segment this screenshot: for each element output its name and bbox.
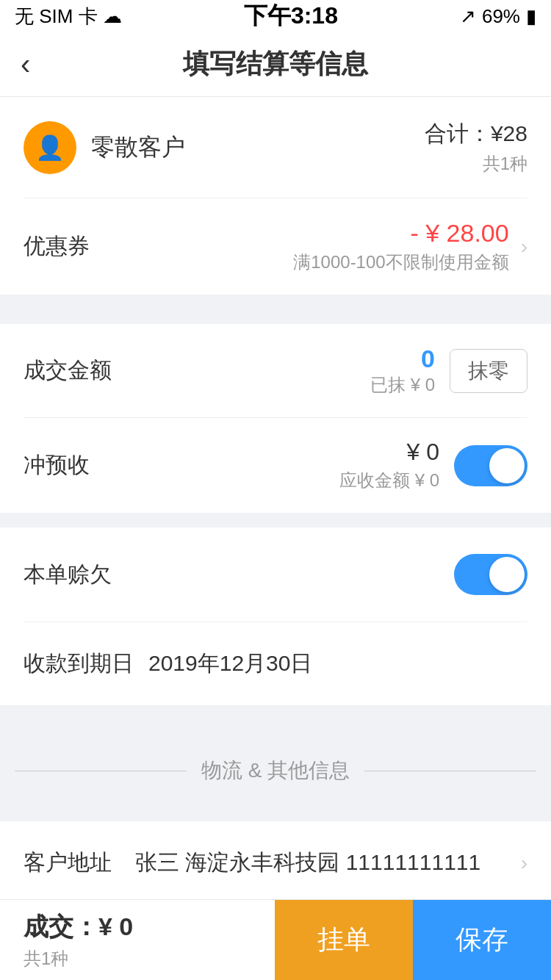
- debt-toggle-knob: [489, 557, 525, 592]
- hang-button[interactable]: 挂单: [275, 900, 413, 981]
- coupon-desc: 满1000-100不限制使用金额: [293, 251, 508, 274]
- address-label: 客户地址: [24, 848, 112, 878]
- deal-prefix: 成交：: [24, 912, 98, 940]
- avatar: 👤: [24, 121, 76, 174]
- bottom-info: 成交：¥ 0 共1种: [0, 910, 275, 970]
- transaction-sub: 0 已抹 ¥ 0: [370, 345, 435, 397]
- bottom-count: 共1种: [24, 947, 251, 970]
- back-button[interactable]: ‹: [21, 48, 30, 81]
- nav-bar: ‹ 填写结算等信息: [0, 32, 551, 97]
- deal-amount: ¥ 0: [98, 912, 133, 940]
- already-rounded: 已抹 ¥ 0: [370, 373, 435, 397]
- address-value: 张三 海淀永丰科技园 11111111111: [135, 848, 521, 878]
- logistics-header: 物流 & 其他信息: [0, 735, 551, 807]
- transaction-value: 0: [421, 345, 435, 373]
- sim-status: 无 SIM 卡 ☁: [15, 4, 122, 29]
- address-row[interactable]: 客户地址 张三 海淀永丰科技园 11111111111 ›: [24, 821, 527, 904]
- status-left: 无 SIM 卡 ☁: [15, 4, 122, 29]
- address-chevron-icon: ›: [521, 851, 527, 875]
- prepayment-row: 冲预收 ¥ 0 应收金额 ¥ 0: [24, 418, 527, 513]
- coupon-amount: - ¥ 28.00: [293, 219, 508, 248]
- round-off-button[interactable]: 抹零: [450, 349, 527, 393]
- prepayment-sub: ¥ 0 应收金额 ¥ 0: [339, 439, 439, 492]
- location-icon: ↗: [460, 5, 476, 28]
- debt-label: 本单赊欠: [24, 560, 112, 590]
- prepayment-note: 应收金额 ¥ 0: [339, 469, 439, 492]
- logistics-title: 物流 & 其他信息: [201, 757, 350, 785]
- debt-toggle[interactable]: [454, 554, 527, 595]
- amount-section: 成交金额 0 已抹 ¥ 0 抹零 冲预收 ¥ 0 应收金额 ¥ 0: [0, 324, 551, 513]
- due-date-label: 收款到期日: [24, 649, 134, 679]
- customer-summary: 合计：¥28 共1种: [425, 119, 527, 176]
- avatar-icon: 👤: [35, 134, 65, 162]
- prepayment-amount: ¥ 0: [407, 439, 439, 466]
- coupon-value: - ¥ 28.00 满1000-100不限制使用金额: [293, 219, 508, 274]
- prepayment-label: 冲预收: [24, 450, 90, 480]
- battery-level: 69%: [482, 5, 520, 28]
- customer-row: 👤 零散客户 合计：¥28 共1种: [0, 97, 551, 198]
- coupon-row[interactable]: 优惠券 - ¥ 28.00 满1000-100不限制使用金额 ›: [0, 198, 551, 295]
- due-date-row: 收款到期日 2019年12月30日: [24, 622, 527, 705]
- battery-icon: ▮: [526, 5, 536, 28]
- prepayment-right: ¥ 0 应收金额 ¥ 0: [339, 439, 527, 492]
- debt-section: 本单赊欠 收款到期日 2019年12月30日: [0, 527, 551, 705]
- logistics-line-left: [15, 771, 187, 771]
- status-bar: 无 SIM 卡 ☁ 下午3:18 ↗ 69% ▮: [0, 0, 551, 32]
- customer-info: 👤 零散客户: [24, 121, 185, 174]
- page-title: 填写结算等信息: [183, 46, 368, 82]
- logistics-line-right: [364, 771, 536, 771]
- chevron-right-icon: ›: [521, 235, 527, 259]
- transaction-right: 0 已抹 ¥ 0 抹零: [370, 345, 527, 397]
- customer-name: 零散客户: [91, 131, 185, 164]
- section-gap-2: [0, 513, 551, 527]
- debt-row: 本单赊欠: [24, 527, 527, 622]
- section-gap-3: [0, 720, 551, 735]
- toggle-knob: [489, 448, 525, 483]
- bottom-deal-label: 成交：¥ 0: [24, 910, 251, 944]
- bottom-bar: 成交：¥ 0 共1种 挂单 保存: [0, 899, 551, 980]
- section-gap-4: [0, 807, 551, 821]
- coupon-right: - ¥ 28.00 满1000-100不限制使用金额 ›: [293, 219, 527, 274]
- customer-total: 合计：¥28: [425, 119, 527, 149]
- transaction-label: 成交金额: [24, 356, 112, 386]
- due-date-value: 2019年12月30日: [148, 649, 312, 679]
- section-gap-1: [0, 309, 551, 324]
- save-button[interactable]: 保存: [413, 900, 551, 981]
- transaction-amount-row: 成交金额 0 已抹 ¥ 0 抹零: [24, 324, 527, 418]
- coupon-label: 优惠券: [24, 231, 90, 262]
- status-time: 下午3:18: [244, 0, 338, 32]
- address-section: 客户地址 张三 海淀永丰科技园 11111111111 ›: [0, 821, 551, 904]
- prepayment-toggle[interactable]: [454, 445, 527, 486]
- customer-count: 共1种: [425, 152, 527, 176]
- customer-card: 👤 零散客户 合计：¥28 共1种 优惠券 - ¥ 28.00 满1000-10…: [0, 97, 551, 295]
- status-right: ↗ 69% ▮: [460, 5, 536, 28]
